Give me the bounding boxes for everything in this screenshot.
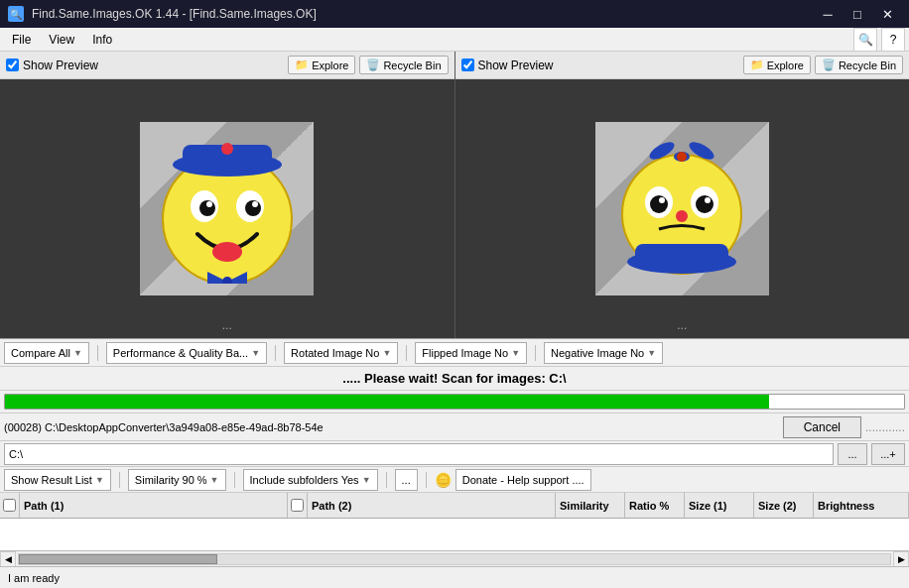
subfolders-dropdown[interactable]: Include subfolders Yes ▼: [243, 469, 378, 491]
controls-row: Compare All ▼ Performance & Quality Ba..…: [0, 339, 909, 367]
svg-point-7: [206, 201, 212, 207]
th-path1: Path (1): [20, 493, 288, 518]
window-title: Find.Same.Images.OK 1.44 - [Find.Same.Im…: [32, 7, 317, 21]
menu-bar: File View Info 🔍 ?: [0, 28, 909, 52]
path-dots: ............: [865, 420, 905, 434]
table-body: [0, 519, 909, 550]
progress-row: [0, 391, 909, 413]
show-preview-left-input[interactable]: [6, 59, 19, 71]
search-toolbar-icon[interactable]: 🔍: [853, 28, 877, 52]
explore-right-button[interactable]: 📁 Explore: [743, 56, 811, 74]
preview-pane-right: Show Preview 📁 Explore 🗑️ Recycle Bin: [455, 52, 910, 338]
th-size2: Size (2): [754, 493, 814, 518]
negative-arrow: ▼: [647, 348, 656, 358]
preview-canvas-left[interactable]: 100 % 180 ° ...: [0, 79, 454, 338]
flipped-arrow: ▼: [511, 348, 520, 358]
minimize-button[interactable]: ─: [814, 0, 842, 28]
th-similarity: Similarity: [556, 493, 625, 518]
recycle-left-icon: 🗑️: [366, 59, 380, 71]
svg-rect-16: [635, 244, 728, 266]
similarity-arrow: ▼: [210, 475, 219, 485]
smiley-right-image: [607, 135, 756, 284]
svg-point-8: [252, 201, 258, 207]
svg-point-23: [650, 195, 668, 213]
scroll-left-arrow[interactable]: ◀: [0, 551, 16, 567]
th-check-2: [288, 493, 308, 518]
progress-bar-outer: [4, 394, 905, 410]
select-all-1-checkbox[interactable]: [3, 499, 16, 512]
close-button[interactable]: ✕: [873, 0, 901, 28]
svg-point-24: [696, 195, 714, 213]
th-check-1: [0, 493, 20, 518]
performance-quality-dropdown[interactable]: Performance & Quality Ba... ▼: [106, 342, 267, 364]
th-size1: Size (1): [685, 493, 754, 518]
horizontal-scrollbar[interactable]: ◀ ▶: [0, 550, 909, 566]
svg-point-20: [677, 152, 687, 162]
th-path2: Path (2): [308, 493, 556, 518]
scan-status-text: ..... Please wait! Scan for images: C:\: [342, 371, 566, 386]
status-text: I am ready: [8, 572, 60, 584]
preview-canvas-right[interactable]: ...: [455, 79, 910, 338]
show-preview-right-input[interactable]: [461, 59, 474, 71]
menu-view[interactable]: View: [41, 31, 82, 49]
preview-pane-left: Show Preview 📁 Explore 🗑️ Recycle Bin: [0, 52, 455, 338]
svg-point-9: [212, 242, 242, 262]
path-add-button[interactable]: ...+: [871, 443, 905, 465]
negative-image-dropdown[interactable]: Negative Image No ▼: [544, 342, 663, 364]
scroll-track[interactable]: [18, 553, 891, 565]
help-toolbar-icon[interactable]: ?: [881, 28, 905, 52]
show-preview-right-label: Show Preview: [478, 59, 554, 72]
path-input[interactable]: [4, 443, 834, 465]
compare-all-dropdown[interactable]: Compare All ▼: [4, 342, 89, 364]
subfolders-arrow: ▼: [362, 475, 371, 485]
recycle-right-button[interactable]: 🗑️ Recycle Bin: [815, 56, 903, 74]
explore-left-button[interactable]: 📁 Explore: [288, 56, 355, 74]
preview-area: Show Preview 📁 Explore 🗑️ Recycle Bin: [0, 52, 909, 339]
recycle-right-icon: 🗑️: [822, 59, 836, 71]
title-bar: 🔍 Find.Same.Images.OK 1.44 - [Find.Same.…: [0, 0, 909, 28]
svg-point-27: [676, 210, 688, 222]
scroll-right-arrow[interactable]: ▶: [893, 551, 909, 567]
scan-status-row: ..... Please wait! Scan for images: C:\: [0, 367, 909, 391]
cancel-button[interactable]: Cancel: [783, 416, 861, 438]
results-table: Path (1) Path (2) Similarity Ratio % Siz…: [0, 493, 909, 550]
donate-button[interactable]: Donate - Help support ....: [455, 469, 591, 491]
preview-toolbar-left: Show Preview 📁 Explore 🗑️ Recycle Bin: [0, 52, 454, 79]
path-cancel-row: (00028) C:\DesktopAppConverter\3a949a08-…: [0, 413, 909, 441]
rotated-image-dropdown[interactable]: Rotated Image No ▼: [284, 342, 398, 364]
select-all-2-checkbox[interactable]: [291, 499, 304, 512]
smiley-left-image: [153, 135, 302, 284]
result-list-arrow: ▼: [95, 475, 104, 485]
svg-point-26: [705, 197, 711, 203]
th-brightness: Brightness: [814, 493, 909, 518]
status-bar: I am ready: [0, 566, 909, 588]
current-path-text: (00028) C:\DesktopAppConverter\3a949a08-…: [4, 421, 779, 433]
show-preview-left-checkbox[interactable]: Show Preview: [6, 59, 98, 72]
similarity-dropdown[interactable]: Similarity 90 % ▼: [128, 469, 226, 491]
perf-arrow: ▼: [251, 348, 260, 358]
show-preview-left-label: Show Preview: [23, 59, 98, 72]
explore-left-icon: 📁: [295, 59, 309, 71]
svg-point-25: [659, 197, 665, 203]
path-browse-button[interactable]: ...: [838, 443, 867, 465]
result-controls-row: Show Result List ▼ Similarity 90 % ▼ Inc…: [0, 467, 909, 493]
extra-options-button[interactable]: ...: [395, 469, 418, 491]
flipped-image-dropdown[interactable]: Flipped Image No ▼: [415, 342, 527, 364]
svg-point-13: [221, 143, 233, 155]
th-ratio: Ratio %: [625, 493, 685, 518]
progress-bar-inner: [5, 395, 769, 409]
explore-right-icon: 📁: [750, 59, 764, 71]
preview-left-dots: ...: [222, 318, 232, 332]
recycle-left-button[interactable]: 🗑️ Recycle Bin: [359, 56, 448, 74]
show-preview-right-checkbox[interactable]: Show Preview: [461, 59, 554, 72]
show-result-list-dropdown[interactable]: Show Result List ▼: [4, 469, 111, 491]
app-icon: 🔍: [8, 6, 24, 22]
preview-right-dots: ...: [677, 318, 687, 332]
donate-icon: 🪙: [435, 472, 452, 488]
scroll-thumb[interactable]: [19, 554, 217, 564]
menu-info[interactable]: Info: [84, 31, 120, 49]
menu-file[interactable]: File: [4, 31, 39, 49]
rotated-arrow: ▼: [382, 348, 391, 358]
compare-all-arrow: ▼: [73, 348, 82, 358]
maximize-button[interactable]: □: [844, 0, 871, 28]
